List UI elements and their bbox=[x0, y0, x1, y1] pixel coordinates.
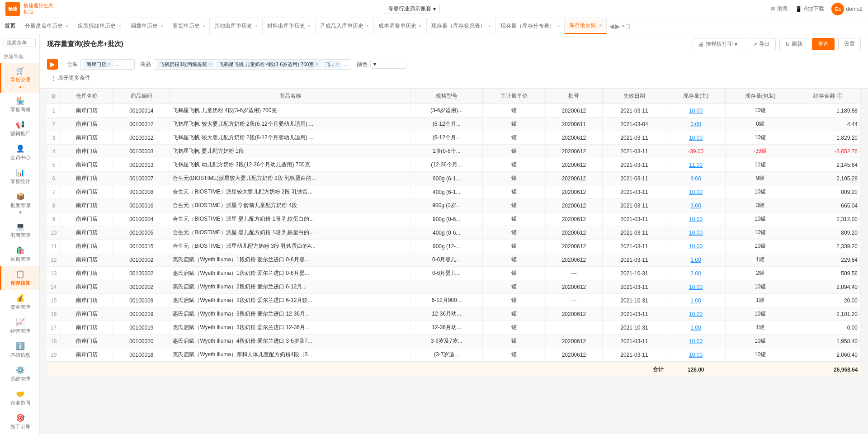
row-qty-main[interactable]: 10.00 bbox=[666, 131, 726, 145]
row-spec: (6-12个月... bbox=[410, 131, 483, 145]
tab-maximize-icon[interactable]: □ bbox=[626, 23, 629, 30]
tab-xiancunliang-status[interactable]: 现存量（库存状况表） × bbox=[427, 18, 496, 34]
tab-diaobodanhistory[interactable]: 调拨单历史 × bbox=[126, 18, 168, 34]
row-qty-main[interactable]: 1.00 bbox=[666, 253, 726, 267]
row-qty-main[interactable]: 1.00 bbox=[666, 321, 726, 335]
row-qty-main[interactable]: 10.00 bbox=[666, 307, 726, 321]
row-qty-main[interactable]: 10.00 bbox=[666, 240, 726, 253]
refresh-button[interactable]: ↻ 刷新 bbox=[779, 38, 808, 50]
sidebar-item-purchase[interactable]: 🛍️ 采购管理 bbox=[0, 242, 39, 266]
sidebar-item-system[interactable]: ⚙️ 系统管理 bbox=[0, 362, 39, 386]
tab-close-icon[interactable]: × bbox=[419, 24, 422, 28]
spec-column-header: 规格型号 bbox=[410, 89, 483, 104]
tab-xiancunliang-distrib[interactable]: 现存量（库存分布表） × bbox=[496, 18, 565, 34]
row-expire: 2021-03-11 bbox=[602, 212, 666, 226]
query-button[interactable]: 查询 bbox=[812, 38, 835, 50]
download-icon: 📱 bbox=[795, 6, 802, 12]
sidebar-item-marketing[interactable]: 📢 营销推广 bbox=[0, 117, 39, 141]
sidebar-item-ecommerce[interactable]: 💻 电商管理 bbox=[0, 218, 39, 242]
tab-close-icon[interactable]: × bbox=[255, 24, 258, 28]
sidebar-search-input[interactable] bbox=[4, 38, 36, 47]
sidebar-item-guide[interactable]: 🎯 新手引导 bbox=[0, 410, 39, 434]
print-button[interactable]: 🖨 按模板打印 ▾ bbox=[693, 38, 743, 50]
row-qty-main[interactable]: 9.00 bbox=[666, 172, 726, 185]
tab-fenliangpandian[interactable]: 分量盘点单历史 × bbox=[20, 18, 73, 34]
sidebar-item-retail-management[interactable]: 🛒 零售管理 ▲ bbox=[0, 63, 39, 93]
name-column-header: 商品名称 bbox=[170, 89, 410, 104]
tab-close-current-icon[interactable]: × bbox=[621, 23, 625, 30]
row-qty-main[interactable]: 11.00 bbox=[666, 158, 726, 172]
row-qty-main[interactable]: 3.00 bbox=[666, 199, 726, 212]
row-qty-main[interactable]: 1.00 bbox=[666, 294, 726, 307]
row-amount: 4.44 bbox=[795, 118, 860, 131]
table-row: 1 南岸门店 00100014 飞鹤星飞帆 儿童奶粉 4段(3-6岁适用) 70… bbox=[47, 104, 861, 118]
table-row: 16 南岸门店 00100019 惠氏启赋（Wyeth illuma）3段奶粉 … bbox=[47, 307, 861, 321]
row-qty-main[interactable]: 0.00 bbox=[666, 118, 726, 131]
row-qty-main[interactable]: 10.00 bbox=[666, 104, 726, 118]
product-tag-3: 飞... × bbox=[323, 61, 342, 68]
tab-close-icon[interactable]: × bbox=[203, 24, 205, 28]
row-batch: 20200612 bbox=[545, 226, 602, 240]
color-tag-group[interactable]: ▾ bbox=[370, 60, 406, 69]
sidebar-item-retail-stats[interactable]: 📊 零售统计 bbox=[0, 165, 39, 189]
row-spec: (3-7岁适... bbox=[410, 348, 483, 362]
row-qty-main[interactable]: 10.00 bbox=[666, 348, 726, 362]
filter-more-dots[interactable]: ... bbox=[115, 61, 119, 67]
product-tag-group[interactable]: 飞鹤奶粉3段丙烯提装 × 飞鹤星飞帆 儿童奶粉 4段(3-6岁适用) 700克 … bbox=[154, 59, 351, 70]
sidebar-item-finance[interactable]: 💰 资金管理 bbox=[0, 290, 39, 314]
expand-more-btn[interactable]: ⋮ 展开更多条件 bbox=[47, 72, 861, 84]
tab-home[interactable]: 首页 bbox=[0, 18, 20, 34]
row-qty-main[interactable]: 10.00 bbox=[666, 280, 726, 294]
row-qty-main[interactable]: 10.00 bbox=[666, 226, 726, 240]
row-qty-main[interactable]: 2.00 bbox=[666, 267, 726, 280]
remove-warehouse-tag-icon[interactable]: × bbox=[108, 61, 110, 67]
warehouse-tag-group[interactable]: 南岸门店 × ... bbox=[80, 59, 135, 70]
account-dropdown[interactable]: 母婴行业演示账套 ▾ bbox=[384, 4, 440, 14]
tab-zuzhangchaijian[interactable]: 组装拆卸单历史 × bbox=[73, 18, 126, 34]
sidebar-item-wholesale[interactable]: 📦 批发管理 ▼ bbox=[0, 189, 39, 218]
product-filter-more-dots[interactable]: ... bbox=[343, 61, 348, 67]
sidebar-item-member-center[interactable]: 👤 会员中心 bbox=[0, 141, 39, 165]
tab-cailiaochuku[interactable]: 材料出库单历史 × bbox=[263, 18, 316, 34]
row-qty-main[interactable]: 10.00 bbox=[666, 185, 726, 199]
tab-yaohuodanhistory[interactable]: 要货单历史 × bbox=[168, 18, 210, 34]
remove-product-tag-2-icon[interactable]: × bbox=[315, 61, 318, 67]
message-button[interactable]: ✉ 消息 bbox=[771, 5, 788, 13]
table-row: 7 南岸门店 00100008 合生元（BIOSTIME）派星较大婴儿配方奶粉 … bbox=[47, 185, 861, 199]
tab-close-icon[interactable]: × bbox=[118, 24, 121, 28]
remove-product-tag-3-icon[interactable]: × bbox=[336, 61, 339, 67]
row-batch: 20200612 bbox=[545, 158, 602, 172]
settings-button[interactable]: 设置 bbox=[838, 38, 861, 50]
tab-chenbenshift[interactable]: 成本调整单历史 × bbox=[374, 18, 427, 34]
export-button[interactable]: ↗ 导出 bbox=[747, 38, 776, 50]
sidebar-item-operations[interactable]: 📈 经营管理 bbox=[0, 314, 39, 338]
user-profile[interactable]: Ea demo2 bbox=[831, 3, 863, 15]
tab-close-icon[interactable]: × bbox=[160, 24, 163, 28]
app-download-button[interactable]: 📱 App下载 bbox=[795, 5, 824, 13]
sidebar-item-retail-mall[interactable]: 🏪 零售商城 bbox=[0, 93, 39, 117]
batch-column-header: 批号 bbox=[545, 89, 602, 104]
row-qty-main[interactable]: -39.00 bbox=[666, 145, 726, 158]
tab-prev-arrow[interactable]: ◀ bbox=[609, 23, 614, 30]
sidebar-item-enterprise[interactable]: 🤝 企业协同 bbox=[0, 386, 39, 410]
sidebar-item-inventory[interactable]: 📋 库存核算 bbox=[0, 266, 39, 290]
gear-icon[interactable]: ⚙ bbox=[51, 93, 56, 99]
tab-qitachukuhistory[interactable]: 其他出库单历史 × bbox=[210, 18, 263, 34]
row-warehouse: 南岸门店 bbox=[61, 145, 113, 158]
tab-close-icon[interactable]: × bbox=[308, 24, 311, 28]
tab-chanchengpinruku[interactable]: 产成品入库单历史 × bbox=[316, 18, 374, 34]
tab-kucun-pici[interactable]: 库存批次账 × bbox=[565, 18, 607, 34]
remove-product-tag-1-icon[interactable]: × bbox=[208, 61, 211, 67]
tab-close-icon[interactable]: × bbox=[488, 24, 491, 28]
filter-expand-toggle[interactable]: ▶ bbox=[47, 59, 58, 70]
sidebar-item-basic-info[interactable]: ℹ️ 基础信息 bbox=[0, 338, 39, 362]
tab-close-icon[interactable]: × bbox=[366, 24, 369, 28]
tab-next-arrow[interactable]: ▶ bbox=[615, 23, 620, 30]
tab-close-icon[interactable]: × bbox=[557, 24, 560, 28]
row-qty-main[interactable]: 10.00 bbox=[666, 212, 726, 226]
settings-column-header[interactable]: ⚙ bbox=[47, 89, 61, 104]
row-qty-main[interactable]: 10.00 bbox=[666, 335, 726, 348]
row-batch: 20200612 bbox=[545, 104, 602, 118]
tab-close-icon[interactable]: × bbox=[66, 24, 68, 28]
tab-close-icon[interactable]: × bbox=[599, 23, 602, 28]
